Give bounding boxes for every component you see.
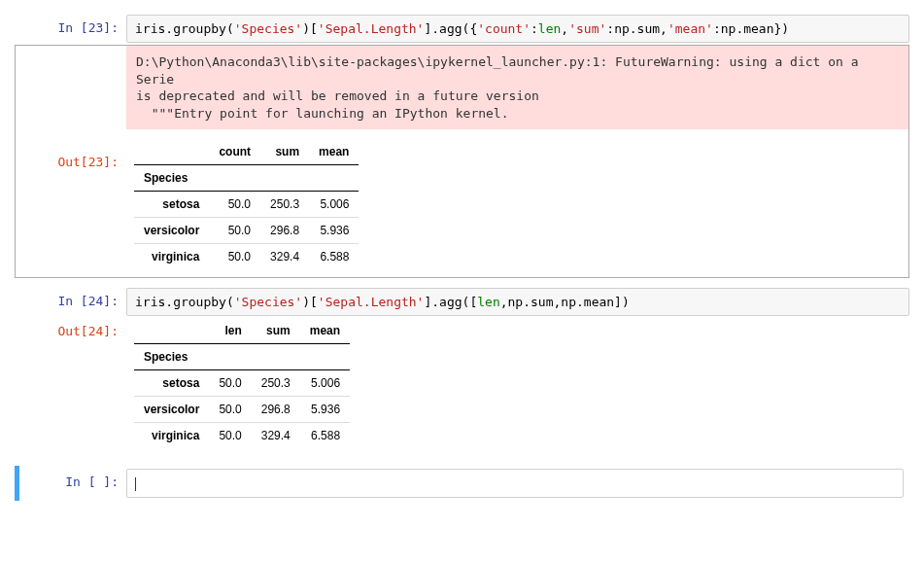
dataframe-table-24: len sum mean Species setosa 50.0 250.3 5… [134,318,350,448]
input-prompt-23: In [23]: [15,15,126,43]
index-name: Species [134,344,209,370]
output-block-24: Out[24]: len sum mean Species setosa 50.… [15,318,909,456]
code-input-empty[interactable] [126,469,904,498]
table-row: setosa 50.0 250.3 5.006 [134,192,359,218]
code-input-24[interactable]: iris.groupby('Species')['Sepal.Length'].… [126,288,909,316]
col-header: sum [252,318,300,344]
col-header: count [209,139,260,165]
table-row: versicolor 50.0 296.8 5.936 [134,218,359,244]
code-cell-empty[interactable]: In [ ]: [15,466,909,501]
table-row: versicolor 50.0 296.8 5.936 [134,397,350,423]
table-row: virginica 50.0 329.4 6.588 [134,423,350,449]
col-header: len [209,318,251,344]
input-prompt-24: In [24]: [15,288,126,316]
output-prompt-23: Out[23]: [57,155,119,169]
dataframe-output-24: len sum mean Species setosa 50.0 250.3 5… [126,318,909,456]
input-prompt-empty: In [ ]: [19,469,126,498]
code-cell-24: In [24]: iris.groupby('Species')['Sepal.… [15,288,909,316]
code-cell-23: In [23]: iris.groupby('Species')['Sepal.… [15,15,909,43]
table-row: virginica 50.0 329.4 6.588 [134,244,359,270]
col-header: sum [260,139,309,165]
warning-output-23: D:\Python\Anaconda3\lib\site-packages\ip… [126,46,908,129]
col-header: mean [309,139,359,165]
index-name: Species [134,165,209,192]
cursor-icon [135,477,136,491]
table-row: setosa 50.0 250.3 5.006 [134,370,350,397]
output-block-23: Out[23]: D:\Python\Anaconda3\lib\site-pa… [15,45,909,278]
code-input-23[interactable]: iris.groupby('Species')['Sepal.Length'].… [126,15,909,43]
dataframe-table-23: count sum mean Species setosa 50.0 250.3… [134,139,359,269]
dataframe-output-23: count sum mean Species setosa 50.0 250.3… [126,129,908,277]
col-header: mean [300,318,350,344]
output-prompt-24: Out[24]: [57,324,119,338]
